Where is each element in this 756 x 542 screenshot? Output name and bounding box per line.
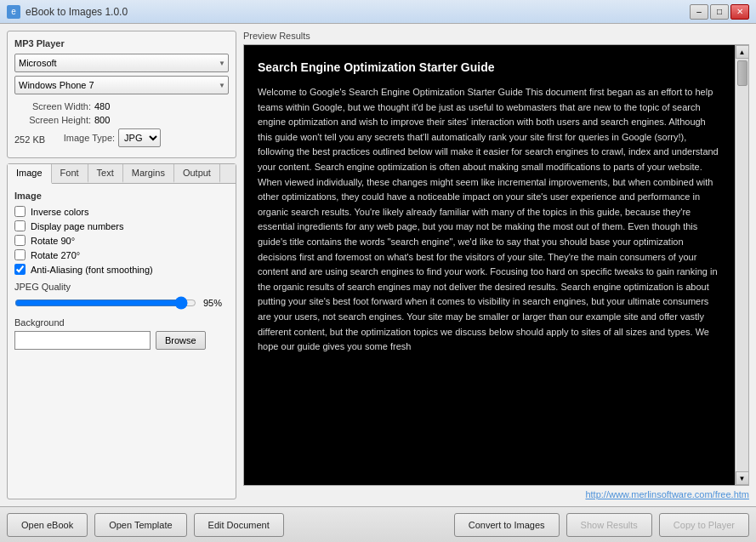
screen-height-row: Screen Height: 800 xyxy=(14,115,229,125)
rotate-90-row: Rotate 90° xyxy=(14,235,229,246)
open-template-button[interactable]: Open Template xyxy=(94,513,186,537)
model-dropdown-wrapper: Windows Phone 7 Windows Phone 8 Lumia 90… xyxy=(14,76,229,94)
inverse-colors-row: Inverse colors xyxy=(14,206,229,217)
preview-title: Preview Results xyxy=(243,31,749,41)
tab-margins[interactable]: Margins xyxy=(123,164,174,183)
inverse-colors-label: Inverse colors xyxy=(31,207,88,217)
rotate-270-label: Rotate 270° xyxy=(31,250,80,260)
tabs-header: Image Font Text Margins Output xyxy=(8,164,236,184)
brand-dropdown-wrapper: Microsoft Nokia Sony Ericsson ▼ xyxy=(14,54,229,72)
main-content: MP3 Player Microsoft Nokia Sony Ericsson… xyxy=(0,24,756,506)
app-title: eBook to Images 1.0.0 xyxy=(26,6,128,18)
show-results-button[interactable]: Show Results xyxy=(566,513,652,537)
screen-width-value: 480 xyxy=(94,101,110,111)
screen-width-row: Screen Width: 480 xyxy=(14,101,229,111)
screen-width-label: Screen Width: xyxy=(14,101,91,111)
left-panel: MP3 Player Microsoft Nokia Sony Ericsson… xyxy=(7,31,236,499)
image-type-select[interactable]: JPG PNG BMP xyxy=(118,128,161,147)
browse-button[interactable]: Browse xyxy=(156,331,206,350)
anti-aliasing-label: Anti-Aliasing (font smoothing) xyxy=(31,265,153,275)
close-button[interactable]: ✕ xyxy=(730,4,749,20)
tab-text[interactable]: Text xyxy=(88,164,123,183)
screen-height-label: Screen Height: xyxy=(14,115,91,125)
jpeg-quality-slider[interactable] xyxy=(14,295,196,311)
preview-container: ▲ ▼ Search Engine Optimization Starter G… xyxy=(243,44,749,486)
preview-scrollbar: ▲ ▼ xyxy=(735,45,748,485)
minimize-button[interactable]: – xyxy=(690,4,708,20)
mp3-player-group: MP3 Player Microsoft Nokia Sony Ericsson… xyxy=(7,31,236,158)
bottom-toolbar: Open eBook Open Template Edit Document C… xyxy=(0,506,756,542)
rotate-270-row: Rotate 270° xyxy=(14,249,229,260)
jpeg-quality-section: JPEG Quality 95% xyxy=(14,282,229,311)
anti-aliasing-row: Anti-Aliasing (font smoothing) xyxy=(14,264,229,275)
jpeg-quality-label: JPEG Quality xyxy=(14,282,229,292)
convert-to-images-button[interactable]: Convert to Images xyxy=(454,513,560,537)
jpeg-quality-value: 95% xyxy=(203,298,229,308)
title-bar: e eBook to Images 1.0.0 – □ ✕ xyxy=(0,0,756,24)
open-ebook-button[interactable]: Open eBook xyxy=(7,513,88,537)
display-page-numbers-row: Display page numbers xyxy=(14,220,229,231)
tab-output[interactable]: Output xyxy=(174,164,220,183)
model-dropdown[interactable]: Windows Phone 7 Windows Phone 8 Lumia 90… xyxy=(14,76,229,94)
background-label: Background xyxy=(14,317,229,328)
inverse-colors-checkbox[interactable] xyxy=(14,206,26,217)
tabs-container: Image Font Text Margins Output Image Inv… xyxy=(7,163,236,499)
preview-content: Search Engine Optimization Starter Guide… xyxy=(244,45,735,485)
preview-link-container: http://www.merlinsoftware.com/free.htm xyxy=(243,489,749,499)
app-icon: e xyxy=(7,5,20,19)
preview-heading: Search Engine Optimization Starter Guide xyxy=(258,59,721,77)
preview-text: Welcome to Google's Search Engine Optimi… xyxy=(258,85,721,355)
display-page-numbers-label: Display page numbers xyxy=(31,221,123,231)
scroll-thumb[interactable] xyxy=(737,60,747,86)
display-page-numbers-checkbox[interactable] xyxy=(14,220,26,231)
image-section-title: Image xyxy=(14,191,229,201)
background-color-box[interactable] xyxy=(14,331,151,350)
rotate-270-checkbox[interactable] xyxy=(14,249,26,260)
right-panel: Preview Results ▲ ▼ Search Engine Optimi… xyxy=(243,31,749,499)
anti-aliasing-checkbox[interactable] xyxy=(14,264,26,275)
background-section: Background Browse xyxy=(14,317,229,350)
brand-dropdown[interactable]: Microsoft Nokia Sony Ericsson xyxy=(14,54,229,72)
edit-document-button[interactable]: Edit Document xyxy=(194,513,284,537)
scroll-down-arrow[interactable]: ▼ xyxy=(736,471,749,485)
file-size: 252 KB xyxy=(14,134,45,145)
screen-height-value: 800 xyxy=(94,115,110,125)
rotate-90-label: Rotate 90° xyxy=(31,236,75,246)
image-type-row: 252 KB Image Type: JPG PNG BMP xyxy=(14,128,229,147)
image-tab-content: Image Inverse colors Display page number… xyxy=(8,184,236,357)
rotate-90-checkbox[interactable] xyxy=(14,235,26,246)
tab-font[interactable]: Font xyxy=(52,164,88,183)
image-type-label: Image Type: xyxy=(55,133,115,143)
window-controls: – □ ✕ xyxy=(690,4,749,20)
scroll-track xyxy=(736,59,748,471)
copy-to-player-button[interactable]: Copy to Player xyxy=(659,513,749,537)
tab-image[interactable]: Image xyxy=(8,164,52,184)
slider-row: 95% xyxy=(14,295,229,311)
scroll-up-arrow[interactable]: ▲ xyxy=(736,45,749,59)
background-input-row: Browse xyxy=(14,331,229,350)
maximize-button[interactable]: □ xyxy=(710,4,729,20)
preview-link[interactable]: http://www.merlinsoftware.com/free.htm xyxy=(585,489,749,499)
title-bar-left: e eBook to Images 1.0.0 xyxy=(7,5,128,19)
mp3-player-title: MP3 Player xyxy=(14,38,229,48)
